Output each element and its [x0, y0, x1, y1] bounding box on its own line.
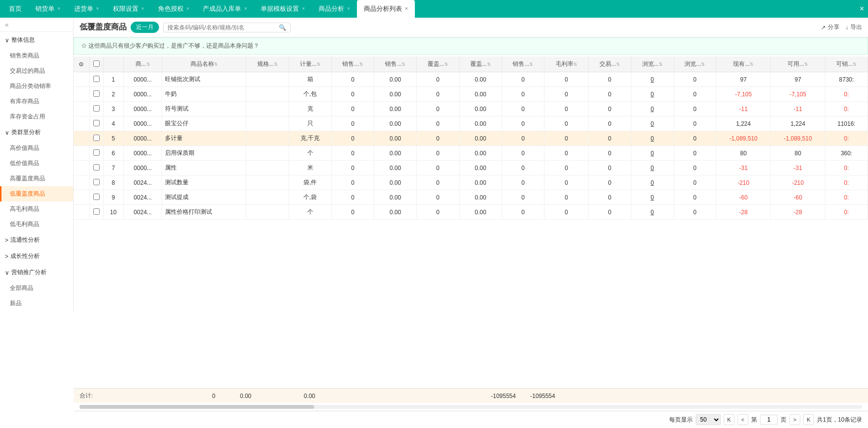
th-stock3[interactable]: 可销...⇅: [825, 57, 868, 72]
tab-home[interactable]: 首页: [2, 0, 28, 18]
sidebar-item-low-value[interactable]: 低价值商品: [0, 156, 73, 171]
sidebar-section-circulation[interactable]: > 流通性分析: [0, 232, 73, 248]
sidebar-item-high-value[interactable]: 高价值商品: [0, 141, 73, 156]
th-browse2[interactable]: 浏览...⇅: [674, 57, 716, 72]
close-icon[interactable]: ×: [244, 0, 247, 18]
row-checkbox[interactable]: [93, 164, 100, 171]
browse-link[interactable]: 0: [651, 135, 654, 142]
browse-link[interactable]: 0: [651, 150, 654, 157]
sidebar-section-cluster[interactable]: ∨ 类群里分析: [0, 124, 73, 141]
sidebar-item-new-goods[interactable]: 新品: [0, 296, 73, 311]
browse-link[interactable]: 0: [651, 194, 654, 201]
filter-btn-last-month[interactable]: 近一月: [131, 22, 159, 33]
browse-link[interactable]: 0: [651, 209, 654, 216]
cell-browse1[interactable]: 0: [631, 102, 674, 116]
select-all-checkbox[interactable]: [93, 60, 100, 67]
th-sales-amt[interactable]: 销售...⇅: [374, 57, 417, 72]
sidebar-item-low-margin[interactable]: 低毛利商品: [0, 217, 73, 232]
tab-product-analysis[interactable]: 商品分析 ×: [312, 0, 357, 18]
cell-browse1[interactable]: 0: [631, 205, 674, 220]
th-stock1[interactable]: 现有...⇅: [716, 57, 771, 72]
cell-browse1[interactable]: 0: [631, 72, 674, 87]
tab-template[interactable]: 单据模板设置 ×: [254, 0, 312, 18]
th-gross-rate[interactable]: 毛利率⇅: [544, 57, 589, 72]
row-checkbox[interactable]: [93, 76, 100, 82]
th-browse1[interactable]: 浏览...⇅: [631, 57, 674, 72]
tab-product-entry[interactable]: 产成品入库单 ×: [196, 0, 254, 18]
th-spec[interactable]: 规格...⇅: [246, 57, 289, 72]
sidebar-item-traded-goods[interactable]: 交易过的商品: [0, 63, 73, 79]
browse-link[interactable]: 0: [651, 120, 654, 127]
th-sales-days[interactable]: 销售...⇅: [502, 57, 544, 72]
th-cover1[interactable]: 覆盖...⇅: [417, 57, 460, 72]
sidebar-item-low-coverage[interactable]: 低覆盖度商品: [0, 186, 73, 201]
tab-product-analysis-list[interactable]: 商品分析列表 ×: [357, 0, 415, 18]
first-page-button[interactable]: K: [724, 414, 734, 425]
close-icon[interactable]: ×: [141, 0, 144, 18]
cell-browse1[interactable]: 0: [631, 131, 674, 146]
page-number-input[interactable]: [760, 415, 778, 425]
search-input[interactable]: [167, 24, 277, 31]
sidebar-collapse-button[interactable]: «: [5, 21, 9, 29]
th-stock2[interactable]: 可用...⇅: [771, 57, 825, 72]
th-settings[interactable]: ⚙: [74, 57, 89, 72]
cell-browse1[interactable]: 0: [631, 175, 674, 190]
tab-purchase[interactable]: 进货单 ×: [67, 0, 106, 18]
prev-page-button[interactable]: <: [737, 414, 748, 425]
th-unit[interactable]: 计量...⇅: [289, 57, 331, 72]
tab-permissions[interactable]: 权限设置 ×: [106, 0, 151, 18]
cell-browse1[interactable]: 0: [631, 146, 674, 161]
close-icon[interactable]: ×: [347, 0, 350, 18]
tab-sales[interactable]: 销货单 ×: [28, 0, 67, 18]
row-checkbox[interactable]: [93, 208, 100, 215]
per-page-select[interactable]: 50 100 200: [696, 414, 721, 425]
sidebar-item-high-coverage[interactable]: 高覆盖度商品: [0, 171, 73, 186]
row-checkbox[interactable]: [93, 179, 100, 185]
sidebar-item-category-rate[interactable]: 商品分类动销率: [0, 79, 73, 94]
row-checkbox[interactable]: [93, 149, 100, 156]
browse-link[interactable]: 0: [651, 76, 654, 83]
cell-browse1[interactable]: 0: [631, 116, 674, 131]
close-icon[interactable]: ×: [57, 0, 60, 18]
window-close-button[interactable]: ×: [860, 4, 864, 13]
last-page-button[interactable]: K: [803, 414, 814, 425]
sidebar-item-stock-capital[interactable]: 库存资金占用: [0, 109, 73, 124]
sidebar-item-sales-goods[interactable]: 销售类商品: [0, 48, 73, 63]
search-icon[interactable]: 🔍: [279, 24, 286, 31]
browse-link[interactable]: 0: [651, 91, 654, 98]
cell-browse2: 0: [674, 205, 716, 220]
close-icon[interactable]: ×: [405, 0, 408, 18]
browse-link[interactable]: 0: [651, 106, 654, 113]
next-page-button[interactable]: >: [789, 414, 800, 425]
sidebar-item-with-stock[interactable]: 有库存商品: [0, 94, 73, 109]
row-checkbox[interactable]: [93, 194, 100, 200]
th-name[interactable]: 商品名称⇅: [162, 57, 246, 72]
close-icon[interactable]: ×: [96, 0, 99, 18]
sidebar-section-marketing[interactable]: ∨ 营销推广分析: [0, 264, 73, 281]
cell-browse1[interactable]: 0: [631, 87, 674, 102]
row-checkbox[interactable]: [93, 135, 100, 141]
tab-role-auth[interactable]: 角色授权 ×: [151, 0, 196, 18]
export-button[interactable]: ↓ 导出: [845, 23, 862, 31]
th-check[interactable]: [89, 57, 103, 72]
share-button[interactable]: ↗ 分享: [821, 23, 840, 31]
row-checkbox[interactable]: [93, 120, 100, 126]
close-icon[interactable]: ×: [187, 0, 190, 18]
th-trans[interactable]: 交易...⇅: [589, 57, 631, 72]
sidebar-item-high-margin[interactable]: 高毛利商品: [0, 201, 73, 217]
row-checkbox[interactable]: [93, 105, 100, 112]
cell-trans: 0: [589, 87, 631, 102]
close-icon[interactable]: ×: [302, 0, 305, 18]
th-sales-qty[interactable]: 销售...⇅: [331, 57, 374, 72]
th-cover2[interactable]: 覆盖...⇅: [459, 57, 502, 72]
browse-link[interactable]: 0: [651, 165, 654, 171]
row-checkbox[interactable]: [93, 90, 100, 97]
cell-browse1[interactable]: 0: [631, 161, 674, 175]
sidebar-section-overall[interactable]: ∨ 整体信息: [0, 32, 73, 48]
browse-link[interactable]: 0: [651, 179, 654, 186]
sidebar-item-all-goods[interactable]: 全部商品: [0, 281, 73, 296]
th-code[interactable]: 商...⇅: [124, 57, 162, 72]
horizontal-scrollbar[interactable]: [74, 403, 868, 411]
cell-browse1[interactable]: 0: [631, 190, 674, 205]
sidebar-section-growth[interactable]: > 成长性分析: [0, 248, 73, 264]
